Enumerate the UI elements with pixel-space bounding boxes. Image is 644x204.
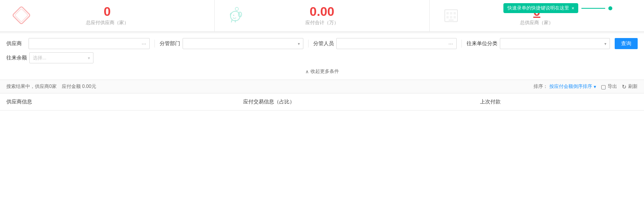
svg-rect-12 xyxy=(453,16,456,18)
department-chevron: ▾ xyxy=(298,42,300,46)
svg-rect-11 xyxy=(450,16,452,18)
col-header-payment: 上次付款 xyxy=(480,98,638,105)
svg-rect-13 xyxy=(449,19,453,21)
balance-placeholder: 选择... xyxy=(33,55,88,61)
manager-filter: 分管人员 ··· xyxy=(313,38,457,49)
unit-class-input[interactable]: ▾ xyxy=(500,38,610,49)
svg-point-4 xyxy=(233,15,234,16)
export-label: 导出 xyxy=(608,83,617,90)
unit-class-chevron: ▾ xyxy=(604,42,606,46)
result-actions: 排序： 按应付会额倒序排序 ▾ ▢ 导出 ↻ 刷新 xyxy=(533,83,638,90)
export-button[interactable]: ▢ 导出 xyxy=(601,83,617,90)
filter-row-2: 往来余额 选择... ▾ xyxy=(6,52,638,63)
svg-rect-9 xyxy=(453,12,456,14)
balance-filter: 往来余额 选择... ▾ xyxy=(6,52,93,63)
tooltip-bubble: 快速录单的快捷键说明在这里 × xyxy=(503,3,578,13)
result-summary: 搜索结果中，供应商0家 xyxy=(6,84,57,89)
tooltip-close-button[interactable]: × xyxy=(572,6,574,11)
export-icon: ▢ xyxy=(601,84,606,90)
table-header: 供应商信息 应付交易信息（占比） 上次付款 xyxy=(0,93,644,111)
department-filter: 分管部门 ▾ xyxy=(160,38,303,49)
refresh-label: 刷新 xyxy=(628,83,638,90)
supplier-label: 供应商 xyxy=(6,40,26,47)
payable-suppliers-number: 0 xyxy=(104,5,111,18)
separator-3 xyxy=(461,40,462,48)
department-label: 分管部门 xyxy=(160,40,180,47)
refresh-icon: ↻ xyxy=(622,84,627,90)
building-icon xyxy=(442,6,461,26)
tooltip-text: 快速录单的快捷键说明在这里 xyxy=(507,5,569,11)
stat-total-suppliers: 快速录单的快捷键说明在这里 × 0 总供应商（家） xyxy=(430,0,644,31)
result-amount: 应付金额 0.00元 xyxy=(62,84,96,89)
svg-rect-8 xyxy=(450,12,452,14)
table-body xyxy=(0,111,644,204)
tooltip-dot xyxy=(608,6,612,10)
separator-2 xyxy=(308,40,309,48)
stat-total-payable-suppliers: 0 总应付供应商（家） xyxy=(0,0,215,31)
supplier-filter: 供应商 ··· xyxy=(6,38,150,49)
result-bar: 搜索结果中，供应商0家 应付金额 0.00元 排序： 按应付会额倒序排序 ▾ ▢… xyxy=(0,80,644,93)
diamond-icon xyxy=(12,6,31,26)
stats-section: 0 总应付供应商（家） 0.00 应付合计（万） xyxy=(0,0,644,32)
unit-class-filter: 往来单位分类 ▾ xyxy=(467,38,610,49)
supplier-dots[interactable]: ··· xyxy=(142,40,147,47)
col-header-supplier: 供应商信息 xyxy=(6,98,243,105)
col-header-transaction: 应付交易信息（占比） xyxy=(243,98,480,105)
search-button[interactable]: 查询 xyxy=(615,38,638,49)
stat-total-payable-amount: 0.00 应付合计（万） xyxy=(215,0,429,31)
pig-icon xyxy=(227,6,246,26)
balance-chevron: ▾ xyxy=(88,56,90,60)
manager-dots[interactable]: ··· xyxy=(448,40,453,47)
svg-rect-10 xyxy=(446,16,449,18)
sort-chevron: ▾ xyxy=(594,84,596,90)
payable-amount-label: 应付合计（万） xyxy=(305,19,339,26)
manager-input[interactable]: ··· xyxy=(336,38,457,49)
tooltip-line xyxy=(581,8,605,9)
balance-select[interactable]: 选择... ▾ xyxy=(29,52,93,63)
collapse-icon: ∧ xyxy=(305,69,309,74)
filter-section: 供应商 ··· 分管部门 ▾ 分管人员 ··· xyxy=(0,33,644,80)
svg-point-5 xyxy=(235,7,238,10)
sort-value: 按应付会额倒序排序 xyxy=(549,83,592,90)
tooltip-container: 快速录单的快捷键说明在这里 × xyxy=(503,3,612,13)
filter-row-1: 供应商 ··· 分管部门 ▾ 分管人员 ··· xyxy=(6,38,638,49)
total-suppliers-label: 总供应商（家） xyxy=(520,19,553,26)
unit-class-label: 往来单位分类 xyxy=(467,40,497,47)
result-info: 搜索结果中，供应商0家 应付金额 0.00元 xyxy=(6,83,96,90)
separator-1 xyxy=(154,40,155,48)
balance-label: 往来余额 xyxy=(6,54,27,61)
sort-label: 排序： xyxy=(533,83,548,90)
manager-label: 分管人员 xyxy=(313,40,334,47)
svg-rect-7 xyxy=(446,12,449,14)
refresh-button[interactable]: ↻ 刷新 xyxy=(622,83,638,90)
supplier-input[interactable]: ··· xyxy=(29,38,150,49)
department-input[interactable]: ▾ xyxy=(183,38,303,49)
collapse-button[interactable]: ∧ 收起更多条件 xyxy=(305,68,339,75)
collapse-label: 收起更多条件 xyxy=(311,68,339,75)
collapse-row: ∧ 收起更多条件 xyxy=(6,67,638,76)
payable-amount-number: 0.00 xyxy=(310,5,334,18)
payable-suppliers-label: 总应付供应商（家） xyxy=(86,19,129,26)
sort-button[interactable]: 排序： 按应付会额倒序排序 ▾ xyxy=(533,83,596,90)
